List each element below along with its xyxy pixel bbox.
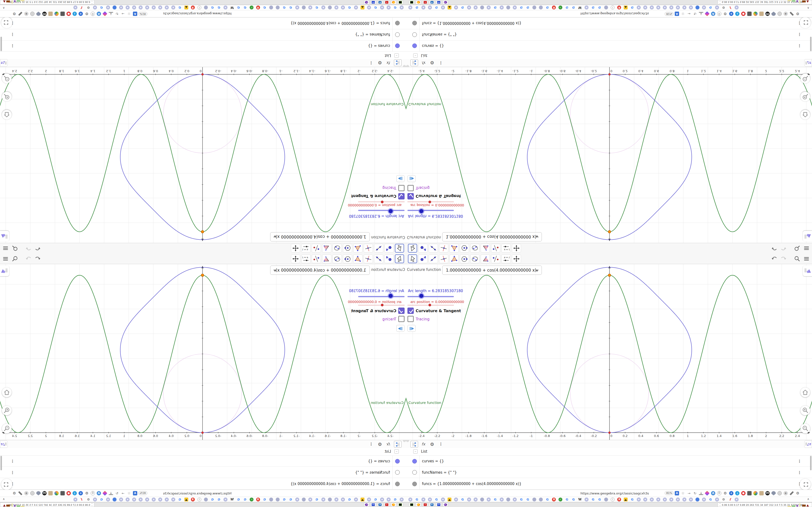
taskbar-app-c64-icon[interactable]: 64 (371, 503, 376, 507)
bookmark-favicon-oct[interactable] (367, 6, 371, 9)
extension-star-icon[interactable]: ☆ (681, 491, 685, 495)
zoom-in-button[interactable] (2, 92, 12, 101)
bookmark-favicon-oct[interactable] (689, 6, 693, 9)
extension-record-icon[interactable] (741, 491, 746, 495)
gear-icon[interactable]: ⚙ (428, 441, 436, 448)
bookmark-favicon-oct[interactable] (171, 6, 175, 9)
visibility-marble[interactable] (395, 482, 400, 486)
extension-uo-icon[interactable]: UO (765, 491, 770, 495)
bookmark-favicon-grn[interactable]: ✓ (558, 6, 562, 9)
algebra-stylebar-toggle[interactable] (0, 59, 8, 66)
extension-box-icon[interactable] (759, 491, 764, 495)
arc-length-slider[interactable] (407, 296, 454, 297)
tool-slider-icon[interactable]: a = 2 (301, 244, 311, 252)
arc-length-slider-knob[interactable] (419, 209, 423, 213)
redo-icon[interactable] (24, 245, 32, 251)
kebab-icon[interactable]: ⋮ (798, 32, 801, 37)
visibility-marble[interactable] (412, 470, 417, 475)
bookmark-favicon-oct[interactable] (663, 498, 667, 501)
visibility-marble[interactable] (395, 21, 400, 25)
bookmark-favicon-oct[interactable] (637, 498, 641, 501)
bookmark-favicon-oct[interactable] (158, 498, 162, 501)
bookmark-favicon-oct[interactable] (474, 6, 477, 9)
algebra-row[interactable]: funcs = {1.000000000000 + cos(4.00000000… (406, 17, 812, 29)
tool-line-icon[interactable] (374, 255, 383, 263)
zoom-out-button[interactable] (800, 74, 810, 83)
bookmark-favicon-info[interactable]: i (197, 6, 201, 9)
extension-thumb-icon[interactable]: + (783, 491, 788, 495)
bookmark-favicon-dot[interactable] (276, 6, 280, 9)
bookmark-favicon-oct[interactable] (421, 6, 425, 9)
tool-conic-icon[interactable] (470, 244, 479, 252)
tool-circle-icon[interactable] (460, 255, 469, 263)
bookmark-favicon-grn[interactable]: ✓ (250, 498, 254, 501)
bookmark-favicon-oct[interactable] (669, 498, 673, 501)
taskbar-app-firefox-icon[interactable] (416, 0, 421, 4)
bookmark-favicon-oct[interactable] (650, 498, 654, 501)
algebra-stylebar-toggle[interactable] (804, 59, 812, 66)
kebab-icon[interactable]: ⋮ (11, 44, 14, 48)
bookmark-favicon-oct[interactable] (669, 6, 673, 9)
gear-icon[interactable]: ⚙ (428, 59, 436, 66)
bookmark-favicon-gear[interactable]: ⚙ (87, 6, 90, 9)
graphics-stylebar-toggle[interactable] (0, 266, 9, 276)
extension-globe-icon[interactable] (30, 12, 35, 16)
undo-icon[interactable] (771, 256, 778, 262)
extension-reload-icon[interactable]: ↻ (693, 491, 697, 495)
bookmark-favicon-g[interactable]: G (217, 498, 221, 501)
play-button[interactable] (407, 325, 416, 332)
bookmarks-overflow-icon[interactable]: ∧ (3, 497, 5, 501)
extension-plus-icon[interactable]: + (79, 12, 83, 16)
tool-slider-icon[interactable]: a = 2 (501, 244, 511, 252)
bookmark-favicon-oct[interactable] (682, 6, 686, 9)
bookmark-favicon-ya[interactable]: Я (617, 498, 621, 501)
bookmark-favicon-w[interactable]: W (230, 498, 234, 501)
bookmark-favicon-g[interactable]: G (100, 498, 103, 501)
tool-point-icon[interactable]: A (418, 244, 427, 252)
fx-icon[interactable]: fx (419, 59, 427, 66)
bookmark-favicon-g[interactable]: G (591, 498, 595, 501)
extension-shield-icon[interactable] (36, 12, 41, 16)
bookmark-favicon-g[interactable]: G (237, 6, 241, 9)
arc-position-slider-knob[interactable] (428, 201, 431, 203)
home-button[interactable] (800, 110, 810, 119)
bookmark-favicon-oct[interactable] (106, 498, 110, 501)
graphics-stylebar-toggle[interactable] (803, 266, 812, 276)
bookmark-favicon-g[interactable]: G (289, 498, 293, 501)
bookmark-favicon-oct[interactable] (682, 498, 686, 501)
taskbar-app-mask-icon[interactable] (443, 0, 448, 4)
bookmark-favicon-g[interactable]: G (709, 6, 712, 9)
bookmark-favicon-oct[interactable] (223, 6, 227, 9)
extension-trash-icon[interactable] (747, 491, 752, 495)
bookmark-favicon-dot[interactable] (539, 498, 543, 501)
function-dropdown[interactable]: 1.000000000000 + cos(4.000000000000 x) (270, 266, 370, 275)
undo-icon[interactable] (34, 256, 41, 262)
bookmark-favicon-dot[interactable] (539, 6, 543, 9)
url-text[interactable]: https://www.geogebra.org/classic/aagcxh3… (163, 492, 232, 495)
taskbar-app-terminal-icon[interactable] (409, 503, 414, 507)
divider-grip[interactable] (403, 65, 406, 67)
browser-address-bar[interactable]: https://www.geogebra.org/classic/aagcxh3… (0, 490, 406, 497)
extension-uo-icon[interactable]: UO (42, 491, 47, 495)
bookmark-favicon-oct[interactable] (387, 498, 391, 501)
tool-polygon-icon[interactable] (450, 255, 459, 263)
bookmark-favicon-oct[interactable] (119, 6, 123, 9)
extension-plus-icon[interactable]: + (729, 12, 733, 16)
bookmark-favicon-oct[interactable] (735, 498, 739, 501)
tool-reflect-icon[interactable] (491, 244, 500, 252)
extension-translate-icon[interactable]: A (675, 12, 679, 16)
extension-wrench-icon[interactable] (790, 12, 794, 16)
bookmark-favicon-oct[interactable] (676, 6, 680, 9)
bookmark-favicon-g[interactable]: G (100, 6, 103, 9)
tool-perpendicular-icon[interactable] (439, 244, 448, 252)
bookmark-favicon-oct[interactable] (126, 498, 130, 501)
bookmark-favicon-g[interactable]: G (210, 6, 214, 9)
extension-gear-icon[interactable]: ⚙ (85, 12, 89, 16)
graphics-view[interactable]: -2.4-2.2-2-1.8-1.6-1.4-1.2-1-0.8-0.6-0.4… (0, 264, 406, 440)
algebra-row[interactable]: funcNames = {" "}⋮ (406, 29, 812, 40)
tool-move-view-icon[interactable] (512, 244, 521, 252)
algebra-row[interactable]: curves = {}⋮ (0, 456, 406, 467)
bookmark-favicon-oct[interactable] (132, 498, 136, 501)
zoom-in-button[interactable] (800, 92, 810, 101)
tool-conic-icon[interactable] (470, 255, 479, 263)
